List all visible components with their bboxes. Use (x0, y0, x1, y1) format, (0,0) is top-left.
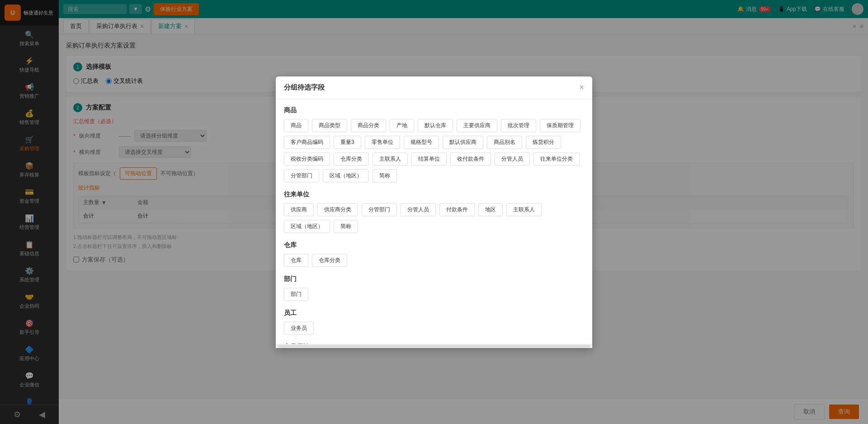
field-chip[interactable]: 分管部门 (362, 203, 397, 216)
field-chip[interactable]: 客户商品编码 (284, 136, 330, 149)
modal: 分组待选字段 × 商品商品商品类型商品分类产地默认仓库主要供应商批次管理保质期管… (276, 76, 592, 348)
field-chip[interactable]: 商品 (284, 119, 308, 132)
field-chips: 商品商品类型商品分类产地默认仓库主要供应商批次管理保质期管理客户商品编码重量3零… (284, 119, 584, 182)
field-group-title: 仓库 (284, 241, 584, 249)
field-chip[interactable]: 主联系人 (373, 152, 408, 166)
field-chip[interactable]: 仓库分类 (334, 152, 369, 166)
field-group-往来单位: 往来单位供应商供应商分类分管部门分管人员付款条件地区主联系人区域（地区）简称 (284, 191, 584, 233)
field-chip[interactable]: 商品类型 (312, 119, 347, 132)
field-group-商品: 商品商品商品类型商品分类产地默认仓库主要供应商批次管理保质期管理客户商品编码重量… (284, 106, 584, 182)
field-chip[interactable]: 炼货积分 (526, 136, 561, 149)
field-chip[interactable]: 区域（地区） (284, 220, 330, 233)
field-chip[interactable]: 税收分类编码 (284, 152, 330, 166)
field-group-title: 往来单位 (284, 191, 584, 199)
field-chip[interactable]: 业务员 (284, 322, 314, 335)
field-chip[interactable]: 区域（地区） (323, 169, 369, 182)
field-chip[interactable]: 零售单位 (365, 136, 400, 149)
field-chip[interactable]: 仓库分类 (312, 254, 347, 267)
field-chip[interactable]: 重量3 (334, 136, 361, 149)
field-chip[interactable]: 分管人员 (401, 203, 436, 216)
field-chip[interactable]: 地区 (478, 203, 503, 216)
field-chip[interactable]: 收付款条件 (450, 152, 491, 166)
modal-close-btn[interactable]: × (579, 83, 584, 92)
field-chip[interactable]: 部门 (284, 288, 308, 301)
field-chip[interactable]: 默认供应商 (443, 136, 483, 149)
field-chip[interactable]: 供应商 (284, 203, 314, 216)
field-chip[interactable]: 结算单位 (411, 152, 447, 166)
field-chip[interactable]: 产地 (390, 119, 414, 132)
hscroll-bar (278, 345, 590, 348)
field-chip[interactable]: 往来单位分类 (533, 152, 580, 166)
field-group-部门: 部门部门 (284, 275, 584, 301)
field-chip[interactable]: 供应商分类 (317, 203, 358, 216)
field-chip[interactable]: 付款条件 (439, 203, 475, 216)
modal-horizontal-scrollbar[interactable] (276, 344, 592, 348)
field-group-仓库: 仓库仓库仓库分类 (284, 241, 584, 267)
modal-title: 分组待选字段 (284, 83, 325, 92)
field-chips: 部门 (284, 288, 584, 301)
field-chip[interactable]: 商品别名 (487, 136, 522, 149)
field-chip[interactable]: 保质期管理 (540, 119, 580, 132)
field-chips: 业务员 (284, 322, 584, 335)
field-chip[interactable]: 主要供应商 (457, 119, 497, 132)
field-group-title: 员工 (284, 309, 584, 317)
field-group-title: 商品 (284, 106, 584, 114)
field-group-员工: 员工业务员 (284, 309, 584, 335)
field-chips: 供应商供应商分类分管部门分管人员付款条件地区主联系人区域（地区）简称 (284, 203, 584, 233)
modal-overlay: 分组待选字段 × 商品商品商品类型商品分类产地默认仓库主要供应商批次管理保质期管… (0, 0, 868, 424)
field-chip[interactable]: 批次管理 (501, 119, 536, 132)
field-group-title: 部门 (284, 275, 584, 283)
field-chip[interactable]: 仓库 (284, 254, 308, 267)
field-chip[interactable]: 默认仓库 (418, 119, 453, 132)
field-chip[interactable]: 分管部门 (284, 169, 319, 182)
modal-body[interactable]: 商品商品商品类型商品分类产地默认仓库主要供应商批次管理保质期管理客户商品编码重量… (276, 99, 592, 344)
field-chip[interactable]: 简称 (373, 169, 397, 182)
field-chips: 仓库仓库分类 (284, 254, 584, 267)
field-chip[interactable]: 简称 (334, 220, 358, 233)
field-chip[interactable]: 主联系人 (506, 203, 542, 216)
field-chip[interactable]: 规格型号 (404, 136, 439, 149)
field-chip[interactable]: 分管人员 (495, 152, 530, 166)
modal-header: 分组待选字段 × (276, 76, 592, 99)
field-chip[interactable]: 商品分类 (351, 119, 386, 132)
